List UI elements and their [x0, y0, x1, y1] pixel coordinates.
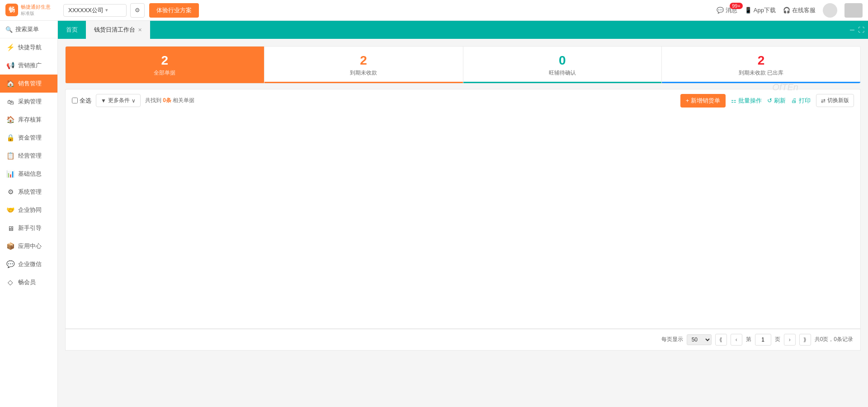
- filter-label: 更多条件: [108, 97, 130, 104]
- switch-version-button[interactable]: ⇄ 切换新版: [816, 94, 854, 107]
- app-download-button[interactable]: 📱 App下载: [745, 6, 776, 14]
- sidebar-label: 畅会员: [18, 278, 36, 286]
- sidebar-item-inventory[interactable]: 🏠 库存核算: [0, 111, 57, 129]
- sidebar-item-sales[interactable]: 🏠 销售管理: [0, 75, 57, 93]
- online-service-button[interactable]: 🎧 在线客服: [783, 6, 816, 14]
- batch-icon: ⚏: [731, 97, 736, 104]
- operations-icon: 📋: [6, 152, 14, 160]
- stat-label-overdue-unpaid: 到期未收款: [274, 69, 454, 77]
- page-label2: 页: [775, 336, 780, 343]
- sidebar-label: 销售管理: [18, 80, 42, 88]
- purchase-icon: 🛍: [6, 98, 14, 106]
- search-menu-button[interactable]: 🔍 搜索菜单: [0, 21, 57, 38]
- page-size-select[interactable]: 50 20 100: [687, 334, 712, 345]
- stat-card-wangpu[interactable]: 0 旺辅待确认: [463, 47, 662, 83]
- quick-nav-icon: ⚡: [6, 43, 14, 51]
- add-sale-button[interactable]: + 新增销货单: [680, 94, 726, 108]
- sidebar-item-app-center[interactable]: 📦 应用中心: [0, 237, 57, 255]
- search-icon: 🔍: [5, 26, 13, 33]
- main-content: 首页 钱货日清工作台 ✕ ─ ⛶ 2 全部单据 2 到期未收款 0: [58, 21, 868, 407]
- stat-card-all[interactable]: 2 全部单据: [66, 47, 264, 83]
- enterprise-icon: 🤝: [6, 206, 14, 214]
- search-menu-label: 搜索菜单: [15, 25, 39, 33]
- sidebar-item-quick-nav[interactable]: ⚡ 快捷导航: [0, 38, 57, 56]
- refresh-icon: ↺: [767, 97, 772, 104]
- stat-num-overdue-unpaid: 2: [274, 53, 454, 68]
- company-name: XXXXXX公司: [68, 6, 104, 14]
- sidebar-label: 新手引导: [18, 224, 42, 232]
- sidebar-item-enterprise[interactable]: 🤝 企业协同: [0, 201, 57, 219]
- sidebar: 🔍 搜索菜单 ⚡ 快捷导航 📢 营销推广 🏠 销售管理 🛍 采购管理 🏠 库存核…: [0, 21, 58, 407]
- tab-end-buttons: ─ ⛶: [850, 26, 868, 33]
- sidebar-item-member[interactable]: ◇ 畅会员: [0, 273, 57, 291]
- stat-card-overdue-unshipped[interactable]: 2 到期未收款 已出库: [662, 47, 860, 83]
- chevron-down-icon: ▾: [105, 7, 108, 13]
- service-icon: 🎧: [783, 7, 790, 14]
- avatar-extra[interactable]: [844, 3, 863, 18]
- logo-text: 畅捷通好生意: [21, 4, 51, 10]
- total-info: 共0页，0条记录: [815, 336, 853, 343]
- header-right: 💬 消息 99+ 📱 App下载 🎧 在线客服: [717, 3, 863, 18]
- refresh-button[interactable]: ↺ 刷新: [767, 97, 786, 105]
- table-area: [65, 112, 861, 329]
- next-page-button[interactable]: ›: [784, 334, 796, 346]
- sidebar-item-wechat[interactable]: 💬 企业微信: [0, 255, 57, 273]
- page-label: 第: [746, 336, 751, 343]
- system-icon: ⚙: [6, 188, 14, 196]
- stat-label-all: 全部单据: [75, 69, 255, 77]
- tab-cashflow[interactable]: 钱货日清工作台 ✕: [86, 21, 150, 39]
- tab-home[interactable]: 首页: [58, 21, 86, 39]
- filter-button[interactable]: ▼ 更多条件 ∨: [96, 94, 141, 107]
- toolbar-right: + 新增销货单 ⚏ 批量操作 ↺ 刷新 🖨 打印 ⇄ 切换新版: [680, 94, 854, 108]
- experience-button[interactable]: 体验行业方案: [149, 3, 199, 18]
- page-size-label: 每页显示: [661, 336, 683, 343]
- tab-maximize-icon[interactable]: ⛶: [858, 26, 864, 33]
- sidebar-item-purchase[interactable]: 🛍 采购管理: [0, 93, 57, 111]
- found-text: 共找到 0条 相关单据: [145, 97, 194, 104]
- chevron-icon: ∨: [132, 98, 136, 104]
- stat-card-overdue-unpaid[interactable]: 2 到期未收款: [264, 47, 463, 83]
- sidebar-item-operations[interactable]: 📋 经营管理: [0, 147, 57, 165]
- logo-area: 畅 畅捷通好生意 标准版: [5, 4, 63, 16]
- sidebar-item-finance[interactable]: 🔒 资金管理: [0, 129, 57, 147]
- print-button[interactable]: 🖨 打印: [791, 97, 811, 105]
- select-all-input[interactable]: [72, 98, 78, 103]
- avatar[interactable]: [823, 3, 837, 18]
- sidebar-item-guide[interactable]: 🖥 新手引导: [0, 219, 57, 237]
- tab-minimize-icon[interactable]: ─: [850, 26, 854, 33]
- sidebar-label: 资金管理: [18, 134, 42, 142]
- company-selector[interactable]: XXXXXX公司 ▾: [63, 4, 127, 17]
- sidebar-label: 企业微信: [18, 260, 42, 268]
- finance-icon: 🔒: [6, 134, 14, 142]
- stat-underline-overdue-unshipped: [662, 82, 860, 83]
- stats-row: 2 全部单据 2 到期未收款 0 旺辅待确认 2 到期未收款 已出库: [65, 46, 861, 84]
- sidebar-item-marketing[interactable]: 📢 营销推广: [0, 56, 57, 75]
- select-all-checkbox[interactable]: 全选: [72, 97, 91, 105]
- sidebar-label: 经营管理: [18, 152, 42, 160]
- batch-operation-button[interactable]: ⚏ 批量操作: [731, 97, 762, 105]
- page-input[interactable]: [755, 334, 771, 346]
- stat-label-wangpu: 旺辅待确认: [472, 69, 653, 77]
- download-icon: 📱: [745, 7, 752, 14]
- logo-icon: 畅: [5, 4, 18, 16]
- last-page-button[interactable]: ⟫: [799, 334, 811, 346]
- sidebar-label: 库存核算: [18, 116, 42, 124]
- switch-icon: ⇄: [821, 98, 826, 104]
- gear-icon: ⚙: [135, 7, 140, 14]
- message-button[interactable]: 💬 消息 99+: [717, 6, 737, 14]
- stat-num-wangpu: 0: [472, 53, 653, 68]
- prev-page-button[interactable]: ‹: [731, 334, 742, 346]
- sidebar-item-system[interactable]: ⚙ 系统管理: [0, 183, 57, 201]
- first-page-button[interactable]: ⟪: [715, 334, 727, 346]
- stat-num-overdue-unshipped: 2: [671, 53, 851, 68]
- sidebar-item-basic-info[interactable]: 📊 基础信息: [0, 165, 57, 183]
- found-count: 0条: [163, 97, 171, 103]
- message-badge: 99+: [730, 3, 743, 9]
- tab-bar: 首页 钱货日清工作台 ✕ ─ ⛶: [58, 21, 868, 39]
- settings-button[interactable]: ⚙: [130, 3, 145, 18]
- wechat-icon: 💬: [6, 260, 14, 268]
- filter-icon: ▼: [101, 98, 106, 104]
- tab-close-icon[interactable]: ✕: [138, 27, 142, 33]
- table-empty: [66, 112, 860, 293]
- stat-num-all: 2: [75, 53, 255, 68]
